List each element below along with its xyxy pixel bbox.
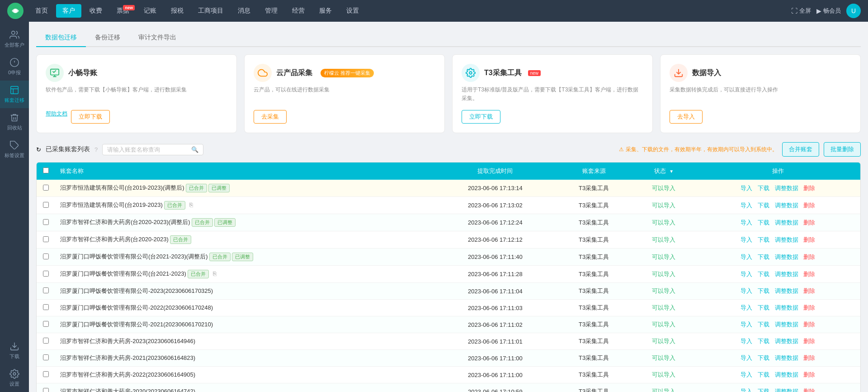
- nav-item-ops[interactable]: 经营: [286, 4, 311, 18]
- delete-action[interactable]: 删除: [803, 253, 815, 260]
- adjust-action[interactable]: 调整数据: [775, 271, 798, 277]
- sidebar-item-tags[interactable]: 标签设置: [0, 136, 29, 163]
- download-action[interactable]: 下载: [758, 304, 769, 311]
- import-button[interactable]: 去导入: [670, 110, 703, 124]
- download-action[interactable]: 下载: [758, 354, 769, 361]
- adjust-action[interactable]: 调整数据: [775, 202, 798, 209]
- sidebar-item-trash[interactable]: 回收站: [0, 108, 29, 136]
- adjust-action[interactable]: 调整数据: [775, 287, 798, 294]
- sidebar-item-zero-report[interactable]: 0申报: [0, 53, 29, 81]
- download-action[interactable]: 下载: [758, 338, 769, 344]
- help-icon[interactable]: ?: [94, 146, 98, 153]
- copy-icon[interactable]: ⎘: [189, 201, 193, 208]
- import-action[interactable]: 导入: [741, 388, 752, 392]
- import-action[interactable]: 导入: [741, 202, 752, 209]
- download-action[interactable]: 下载: [758, 202, 769, 209]
- delete-action[interactable]: 删除: [803, 202, 815, 209]
- download-action[interactable]: 下载: [758, 271, 769, 277]
- adjust-action[interactable]: 调整数据: [775, 253, 798, 260]
- row-checkbox[interactable]: [43, 388, 49, 392]
- collect-button[interactable]: 去采集: [254, 110, 287, 124]
- tab-data-migration[interactable]: 数据包迁移: [36, 29, 86, 47]
- delete-action[interactable]: 删除: [803, 304, 815, 311]
- nav-item-tax[interactable]: 报税: [165, 4, 190, 18]
- adjust-action[interactable]: 调整数据: [775, 338, 798, 344]
- merge-button[interactable]: 合并账套: [782, 142, 819, 157]
- download-action[interactable]: 下载: [758, 185, 769, 191]
- delete-action[interactable]: 删除: [803, 354, 815, 361]
- import-action[interactable]: 导入: [741, 371, 752, 378]
- nav-item-customer[interactable]: 客户: [56, 4, 81, 18]
- row-checkbox[interactable]: [43, 253, 49, 259]
- delete-action[interactable]: 删除: [803, 287, 815, 294]
- vip-button[interactable]: ▶ 畅会员: [816, 7, 841, 15]
- import-action[interactable]: 导入: [741, 219, 752, 226]
- user-avatar[interactable]: U: [846, 4, 861, 18]
- row-checkbox[interactable]: [43, 371, 49, 377]
- adjust-action[interactable]: 调整数据: [775, 371, 798, 378]
- import-action[interactable]: 导入: [741, 321, 752, 328]
- import-action[interactable]: 导入: [741, 287, 752, 294]
- row-checkbox[interactable]: [43, 271, 49, 277]
- nav-item-bookkeeping[interactable]: 记账: [137, 4, 163, 18]
- search-icon[interactable]: 🔍: [191, 146, 198, 153]
- tab-backup-migration[interactable]: 备份迁移: [86, 29, 129, 47]
- download-action[interactable]: 下载: [758, 388, 769, 392]
- nav-item-manage[interactable]: 管理: [259, 4, 284, 18]
- import-action[interactable]: 导入: [741, 338, 752, 344]
- nav-item-service[interactable]: 服务: [313, 4, 338, 18]
- adjust-action[interactable]: 调整数据: [775, 388, 798, 392]
- sidebar-item-settings[interactable]: 设置: [9, 364, 19, 392]
- sidebar-item-all-customers[interactable]: 全部客户: [0, 25, 29, 53]
- import-action[interactable]: 导入: [741, 236, 752, 243]
- row-checkbox[interactable]: [43, 219, 49, 225]
- tab-audit-export[interactable]: 审计文件导出: [129, 29, 185, 47]
- nav-item-home[interactable]: 首页: [29, 4, 54, 18]
- nav-item-fee[interactable]: 收费: [83, 4, 108, 18]
- download-action[interactable]: 下载: [758, 236, 769, 243]
- delete-action[interactable]: 删除: [803, 321, 815, 328]
- row-checkbox[interactable]: [43, 185, 49, 191]
- delete-action[interactable]: 删除: [803, 271, 815, 277]
- delete-action[interactable]: 删除: [803, 219, 815, 226]
- copy-icon[interactable]: ⎘: [213, 270, 217, 277]
- adjust-action[interactable]: 调整数据: [775, 354, 798, 361]
- import-action[interactable]: 导入: [741, 304, 752, 311]
- row-checkbox[interactable]: [43, 338, 49, 344]
- download-action[interactable]: 下载: [758, 371, 769, 378]
- nav-item-settings[interactable]: 设置: [340, 4, 365, 18]
- row-checkbox[interactable]: [43, 287, 49, 293]
- nav-item-biz[interactable]: 工商项目: [192, 4, 230, 18]
- adjust-action[interactable]: 调整数据: [775, 304, 798, 311]
- download-button-3[interactable]: 立即下载: [462, 110, 500, 124]
- adjust-action[interactable]: 调整数据: [775, 185, 798, 191]
- batch-delete-button[interactable]: 批量删除: [824, 142, 861, 157]
- delete-action[interactable]: 删除: [803, 338, 815, 344]
- import-action[interactable]: 导入: [741, 185, 752, 191]
- row-checkbox[interactable]: [43, 321, 49, 327]
- nav-item-message[interactable]: 消息: [231, 4, 257, 18]
- adjust-action[interactable]: 调整数据: [775, 321, 798, 328]
- import-action[interactable]: 导入: [741, 253, 752, 260]
- help-doc-link[interactable]: 帮助文档: [46, 110, 67, 124]
- sidebar-item-migrate[interactable]: 账套迁移: [0, 81, 29, 108]
- delete-action[interactable]: 删除: [803, 236, 815, 243]
- nav-item-bill[interactable]: 票据 new: [110, 4, 136, 18]
- delete-action[interactable]: 删除: [803, 388, 815, 392]
- delete-action[interactable]: 删除: [803, 371, 815, 378]
- refresh-icon[interactable]: ↻: [36, 146, 41, 153]
- row-checkbox[interactable]: [43, 202, 49, 208]
- adjust-action[interactable]: 调整数据: [775, 219, 798, 226]
- download-button-1[interactable]: 立即下载: [71, 110, 110, 124]
- download-action[interactable]: 下载: [758, 321, 769, 328]
- select-all-checkbox[interactable]: [43, 167, 49, 173]
- row-checkbox[interactable]: [43, 236, 49, 242]
- download-action[interactable]: 下载: [758, 219, 769, 226]
- import-action[interactable]: 导入: [741, 354, 752, 361]
- fullscreen-button[interactable]: ⛶ 全屏: [791, 7, 811, 15]
- import-action[interactable]: 导入: [741, 271, 752, 277]
- app-logo[interactable]: [7, 3, 24, 19]
- search-input[interactable]: [107, 146, 189, 153]
- download-action[interactable]: 下载: [758, 253, 769, 260]
- row-checkbox[interactable]: [43, 354, 49, 360]
